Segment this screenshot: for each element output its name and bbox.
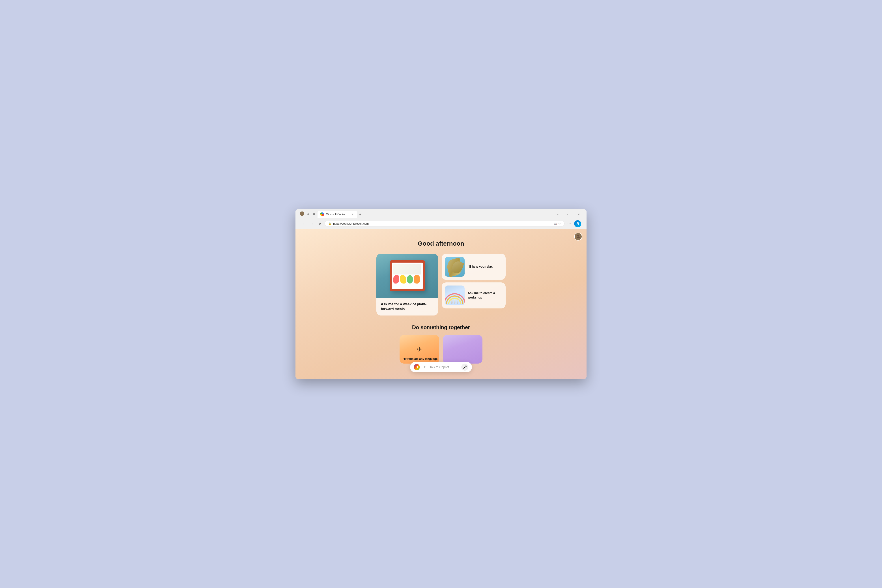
- light-cylinders: [451, 299, 458, 304]
- maximize-button[interactable]: □: [563, 211, 573, 218]
- reader-icon[interactable]: 📖: [554, 222, 557, 225]
- chat-bar[interactable]: + Talk to Copilot 🎤: [410, 362, 472, 372]
- translate-card[interactable]: ✈ I'll translate any language: [399, 335, 439, 363]
- profile-icon[interactable]: [300, 212, 304, 216]
- close-button[interactable]: ×: [574, 211, 584, 218]
- window-controls: − □ ×: [553, 211, 584, 218]
- bento-background: [376, 254, 438, 298]
- sidebar-icon[interactable]: ▦: [311, 212, 316, 216]
- section-title: Do something together: [296, 324, 586, 330]
- page-content: Good afternoon: [296, 229, 586, 379]
- edge-browser-icon: [574, 220, 581, 227]
- workshop-text: Ask me to create a workshop: [468, 291, 502, 300]
- rainbow-background: [445, 285, 465, 305]
- relax-card[interactable]: I'll help you relax: [442, 254, 506, 280]
- workshop-image: [445, 285, 465, 305]
- tab-favicon: [320, 212, 324, 216]
- bento-box: [390, 260, 425, 291]
- bento-inner: [392, 262, 423, 289]
- tab-title: Microsoft Copilot: [326, 213, 345, 216]
- browser-window: ⊞ ▦ Microsoft Copilot × + − □ × ← → ↻: [296, 209, 586, 379]
- forward-button[interactable]: →: [309, 221, 315, 227]
- plant-meals-card[interactable]: Ask me for a week of plant-forward meals: [376, 254, 438, 316]
- back-button[interactable]: ←: [301, 221, 307, 227]
- address-bar-row: ← → ↻ 🔒 https://copilot.microsoft.com 📖 …: [298, 219, 584, 229]
- svg-point-0: [577, 235, 579, 237]
- tab-close-button[interactable]: ×: [351, 213, 355, 216]
- plant-meals-text: Ask me for a week of plant-forward meals: [376, 298, 438, 316]
- mic-button[interactable]: 🎤: [461, 363, 468, 370]
- reload-button[interactable]: ↻: [316, 221, 323, 227]
- cylinder-1: [451, 300, 453, 304]
- active-tab[interactable]: Microsoft Copilot ×: [318, 211, 357, 218]
- relax-image: [445, 257, 465, 277]
- minimize-button[interactable]: −: [553, 211, 563, 218]
- copilot-icon: [414, 364, 420, 370]
- new-tab-button[interactable]: +: [357, 212, 363, 218]
- leaf-container: [447, 258, 462, 276]
- cylinder-3: [457, 300, 458, 304]
- tab-bar-wrapper: ⊞ ▦ Microsoft Copilot × + − □ ×: [298, 211, 584, 218]
- chat-plus-button[interactable]: +: [422, 364, 428, 370]
- address-bar[interactable]: 🔒 https://copilot.microsoft.com 📖 ☆: [325, 221, 564, 226]
- cards-right: I'll help you relax: [442, 254, 506, 316]
- purple-card[interactable]: [443, 335, 483, 363]
- address-bar-icons: 📖 ☆: [554, 222, 561, 225]
- bottom-cards: ✈ I'll translate any language: [296, 335, 586, 363]
- leaf-background: [445, 257, 465, 277]
- main-cards-grid: Ask me for a week of plant-forward meals: [296, 254, 586, 316]
- workshop-card[interactable]: Ask me to create a workshop: [442, 282, 506, 309]
- purple-background: [443, 335, 483, 363]
- translate-text: I'll translate any language: [403, 357, 438, 361]
- cylinder-2: [454, 299, 456, 304]
- airplane-icon: ✈: [417, 345, 423, 353]
- chat-input[interactable]: Talk to Copilot: [429, 365, 459, 369]
- lock-icon: 🔒: [328, 222, 332, 225]
- user-avatar[interactable]: [574, 232, 582, 240]
- url-text: https://copilot.microsoft.com: [333, 222, 369, 225]
- more-options-button[interactable]: ···: [566, 221, 572, 227]
- tab-left: ⊞ ▦ Microsoft Copilot × +: [298, 211, 363, 218]
- relax-text: I'll help you relax: [468, 265, 493, 269]
- favorites-icon[interactable]: ☆: [558, 222, 561, 225]
- plant-meals-image: [376, 254, 438, 298]
- extensions-icon[interactable]: ⊞: [306, 212, 310, 216]
- browser-titlebar: ⊞ ▦ Microsoft Copilot × + − □ × ← → ↻: [296, 209, 586, 229]
- greeting-heading: Good afternoon: [296, 229, 586, 247]
